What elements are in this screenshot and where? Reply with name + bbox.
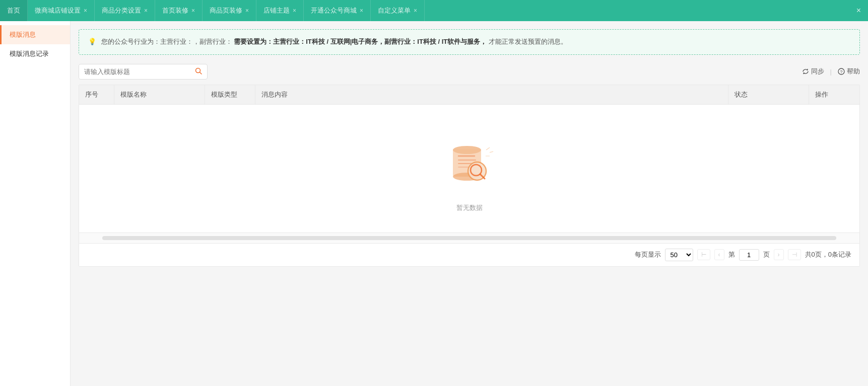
table-header-seq: 序号 [79,85,114,104]
sidebar-item-template-msg-log[interactable]: 模版消息记录 [0,44,70,63]
empty-text: 暂无数据 [456,203,483,212]
content-area: 💡 您的公众号行业为：主营行业：，副营行业： 需要设置为：主营行业：IT科技 /… [71,21,868,386]
svg-text:?: ? [840,69,842,74]
close-tab-wsc-settings[interactable]: × [84,8,87,14]
page-size-select[interactable]: 102050100 [665,249,693,261]
nav-tab-store-theme[interactable]: 店铺主题× [256,0,304,21]
banner-suffix: 才能正常发送预置的消息。 [489,38,567,45]
search-input[interactable] [79,65,190,79]
close-tab-home-decorate[interactable]: × [191,8,195,14]
table-header-name: 模版名称 [114,85,205,104]
nav-tab-product-decorate[interactable]: 商品页装修× [203,0,256,21]
sidebar-item-template-msg[interactable]: 模版消息 [0,25,70,44]
close-all-button[interactable]: × [849,6,868,15]
help-label: 帮助 [847,67,860,76]
data-table: 序号模版名称模版类型消息内容状态操作 [79,85,860,267]
empty-state: 暂无数据 [79,105,859,233]
help-icon: ? [838,68,845,75]
help-button[interactable]: ? 帮助 [838,67,860,76]
close-tab-custom-menu[interactable]: × [414,8,417,14]
last-page-button[interactable]: ⊣ [788,249,801,260]
first-page-button[interactable]: ⊢ [697,249,710,260]
horizontal-scrollbar[interactable] [79,233,859,243]
top-nav: 首页微商城店铺设置×商品分类设置×首页装修×商品页装修×店铺主题×开通公众号商城… [0,0,868,21]
nav-tab-open-wechat-mall[interactable]: 开通公众号商城× [304,0,371,21]
main-layout: 模版消息模版消息记录 💡 您的公众号行业为：主营行业：，副营行业： 需要设置为：… [0,21,868,386]
pagination: 每页显示 102050100 ⊢ ‹ 第 页 › ⊣ 共0页，0条记录 [79,243,859,266]
table-header-type: 模版类型 [205,85,255,104]
table-header-action: 操作 [809,85,859,104]
svg-line-16 [490,151,493,152]
svg-line-1 [200,72,202,74]
search-button[interactable] [190,64,207,79]
table-header-status: 状态 [728,85,809,104]
svg-point-7 [453,146,481,154]
prev-page-button[interactable]: ‹ [714,249,724,260]
svg-line-15 [486,147,490,150]
sync-label: 同步 [811,67,824,76]
info-banner: 💡 您的公众号行业为：主营行业：，副营行业： 需要设置为：主营行业：IT科技 /… [79,29,860,55]
banner-prefix: 您的公众号行业为：主营行业：，副营行业： [101,38,232,45]
nav-tab-category-settings[interactable]: 商品分类设置× [95,0,155,21]
info-icon: 💡 [88,38,96,45]
sync-icon [802,68,809,75]
close-tab-store-theme[interactable]: × [293,8,296,14]
nav-tab-custom-menu[interactable]: 自定义菜单× [371,0,425,21]
search-box [79,64,208,80]
total-info: 共0页，0条记录 [805,250,851,259]
next-page-button[interactable]: › [774,249,784,260]
search-icon [195,67,202,74]
table-header: 序号模版名称模版类型消息内容状态操作 [79,85,859,105]
toolbar-divider: | [830,68,832,75]
nav-tab-home-decorate[interactable]: 首页装修× [155,0,203,21]
page-unit: 页 [763,250,770,259]
toolbar: 同步 | ? 帮助 [79,64,860,80]
nav-tab-home[interactable]: 首页 [0,0,28,21]
sync-button[interactable]: 同步 [802,67,824,76]
page-label: 第 [728,250,735,259]
page-number-input[interactable] [739,249,759,261]
toolbar-right: 同步 | ? 帮助 [802,67,860,76]
page-size-label: 每页显示 [635,250,661,259]
close-tab-open-wechat-mall[interactable]: × [360,8,363,14]
banner-highlight: 需要设置为：主营行业：IT科技 / 互联网|电子商务，副营行业：IT科技 / I… [234,38,487,45]
close-tab-category-settings[interactable]: × [144,8,148,14]
empty-illustration [439,135,500,195]
table-header-content: 消息内容 [255,85,728,104]
sidebar: 模版消息模版消息记录 [0,21,71,386]
close-tab-product-decorate[interactable]: × [245,8,249,14]
nav-tab-wsc-settings[interactable]: 微商城店铺设置× [28,0,95,21]
